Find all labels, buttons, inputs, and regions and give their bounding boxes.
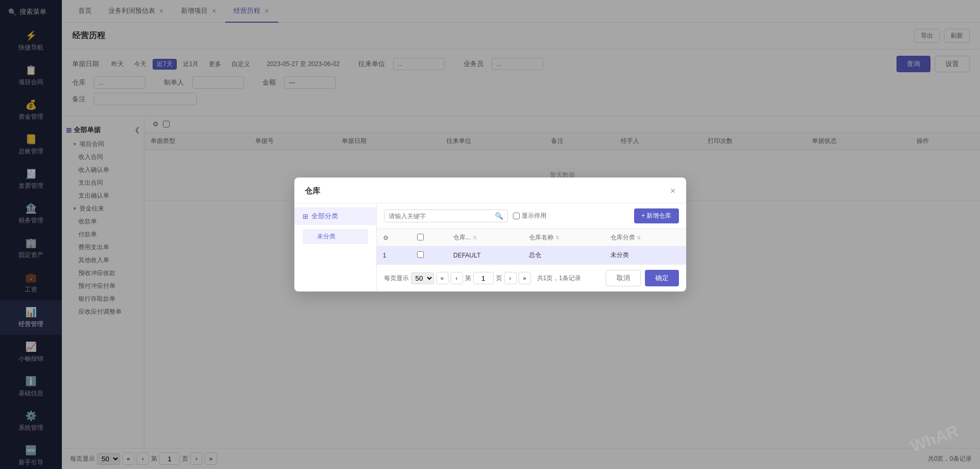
modal-sidebar: ⊞ 全部分类 未分类 bbox=[294, 203, 377, 292]
modal-next-page[interactable]: › bbox=[504, 272, 517, 284]
modal-last-page[interactable]: » bbox=[519, 272, 531, 284]
row-select-1[interactable] bbox=[417, 251, 424, 258]
modal-search-input[interactable] bbox=[389, 213, 493, 220]
modal-table-scroll: ⚙ 仓库... ⇅ bbox=[377, 229, 686, 264]
modal-scroll-area: 未分类 bbox=[294, 225, 376, 248]
modal-first-page[interactable]: « bbox=[436, 272, 449, 284]
modal-category-uncategorized[interactable]: 未分类 bbox=[303, 229, 368, 244]
modal-col-category[interactable]: 仓库分类 ⇅ bbox=[604, 229, 686, 247]
row-category: 未分类 bbox=[604, 247, 686, 264]
row-code: DEFAULT bbox=[447, 247, 523, 264]
modal-title: 仓库 bbox=[305, 186, 320, 196]
modal-prev-page[interactable]: ‹ bbox=[451, 272, 463, 284]
modal-cancel-button[interactable]: 取消 bbox=[606, 270, 641, 286]
grid-icon-modal: ⊞ bbox=[303, 213, 308, 220]
modal-col-settings: ⚙ bbox=[377, 229, 411, 247]
modal-close-button[interactable]: × bbox=[670, 186, 676, 197]
modal-header: 仓库 × bbox=[294, 177, 686, 203]
modal-total-info: 共1页，1条记录 bbox=[537, 274, 581, 283]
show-disabled-checkbox[interactable] bbox=[513, 213, 520, 219]
modal-page-input[interactable] bbox=[473, 272, 494, 284]
modal-body: ⊞ 全部分类 未分类 🔍 bbox=[294, 203, 686, 292]
modal-table-row[interactable]: 1 DEFAULT 总仓 未分类 bbox=[377, 247, 686, 264]
modal-col-checkbox bbox=[411, 229, 447, 247]
modal-overlay: 仓库 × ⊞ 全部分类 未分类 bbox=[0, 0, 980, 469]
show-disabled-checkbox-label[interactable]: 显示停用 bbox=[513, 212, 546, 220]
modal-sidebar-collapse[interactable]: 未分类 bbox=[303, 229, 368, 244]
sort-code-icon[interactable]: ⇅ bbox=[473, 235, 477, 240]
modal-table: ⚙ 仓库... ⇅ bbox=[377, 229, 686, 264]
modal-toolbar: 🔍 显示停用 + 新增仓库 bbox=[377, 203, 686, 229]
warehouse-modal: 仓库 × ⊞ 全部分类 未分类 bbox=[294, 177, 686, 292]
modal-page-size[interactable]: 50 bbox=[411, 272, 434, 284]
sort-category-icon[interactable]: ⇅ bbox=[637, 235, 641, 240]
modal-search-box: 🔍 bbox=[384, 209, 508, 222]
row-index: 1 bbox=[377, 247, 411, 264]
modal-col-name[interactable]: 仓库名称 ⇅ bbox=[523, 229, 604, 247]
modal-select-all[interactable] bbox=[417, 234, 424, 240]
table-settings-icon[interactable]: ⚙ bbox=[383, 234, 389, 241]
modal-action-buttons: 取消 确定 bbox=[606, 270, 679, 286]
modal-col-code[interactable]: 仓库... ⇅ bbox=[447, 229, 523, 247]
modal-footer: 每页显示 50 « ‹ 第 页 › » 共1页，1条记录 bbox=[377, 264, 686, 292]
modal-confirm-button[interactable]: 确定 bbox=[645, 270, 679, 286]
modal-pagination: 每页显示 50 « ‹ 第 页 › » 共1页，1条记录 bbox=[384, 272, 581, 284]
row-checkbox bbox=[411, 247, 447, 264]
modal-category-all[interactable]: ⊞ 全部分类 bbox=[294, 207, 376, 225]
add-warehouse-button[interactable]: + 新增仓库 bbox=[634, 208, 678, 223]
modal-main-content: 🔍 显示停用 + 新增仓库 bbox=[377, 203, 686, 292]
sort-name-icon[interactable]: ⇅ bbox=[555, 235, 559, 240]
search-icon-modal[interactable]: 🔍 bbox=[495, 212, 503, 220]
row-name: 总仓 bbox=[523, 247, 604, 264]
